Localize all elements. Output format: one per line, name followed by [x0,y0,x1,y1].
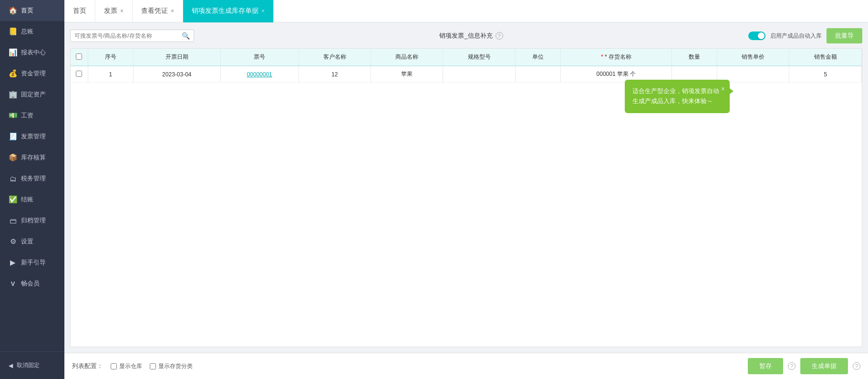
sidebar-item-salary[interactable]: 💵 工资 [0,105,64,126]
sidebar-item-tax[interactable]: 🗂 税务管理 [0,168,64,189]
tab-main[interactable]: 销项发票生成库存单据 × [183,0,274,22]
tab-main-label: 销项发票生成库存单据 [192,7,258,15]
cell-seq: 1 [88,66,134,83]
sidebar-item-assets[interactable]: 🏢 固定资产 [0,84,64,105]
tab-invoice-label: 发票 [104,7,117,15]
pin-icon: ◀ [9,362,13,369]
select-all-checkbox[interactable] [76,53,82,60]
cell-amount: 5 [789,66,862,83]
center-help-icon[interactable]: ? [496,32,503,40]
generate-button[interactable]: 生成单据 [800,358,848,374]
sidebar-item-member-label: 畅会员 [21,279,40,288]
sidebar-item-funds-label: 资金管理 [21,69,46,78]
center-label: 销项发票_信息补充 [439,32,492,40]
sidebar-item-invoice[interactable]: 🧾 发票管理 [0,126,64,147]
guide-icon: ▶ [9,258,17,267]
sidebar-item-settings[interactable]: ⚙ 设置 [0,231,64,252]
toggle-knob [758,32,765,39]
sidebar-item-ledger[interactable]: 📒 总账 [0,21,64,42]
th-spec: 规格型号 [443,49,515,66]
row-checkbox[interactable] [76,71,82,77]
th-ticket-no: 票号 [220,49,299,66]
member-icon: V [9,280,17,287]
reports-icon: 📊 [9,48,17,57]
tab-voucher[interactable]: 查看凭证 × [133,0,183,22]
th-checkbox [71,49,88,66]
tab-bar: 首页 发票 × 查看凭证 × 销项发票生成库存单据 × [64,0,868,22]
search-box[interactable]: 🔍 [70,30,194,42]
sidebar: 🏠 首页 📒 总账 📊 报表中心 💰 资金管理 🏢 固定资产 💵 工资 🧾 发票… [0,0,64,379]
show-warehouse-label[interactable]: 显示仓库 [111,362,142,370]
cell-product: 苹果 [371,66,443,83]
cell-ticket-no: 00000001 [220,66,299,83]
page-content: 🔍 销项发票_信息补充 ? 启用产成品自动入库 批量导 [64,22,868,353]
funds-icon: 💰 [9,69,17,78]
sidebar-item-reports-label: 报表中心 [21,48,46,57]
sidebar-item-member[interactable]: V 畅会员 [0,273,64,294]
sidebar-pin-button[interactable]: ◀ 取消固定 [0,357,64,374]
data-table-container: 序号 开票日期 票号 客户名称 商品名称 规格型号 单位 * * 存货名称 数量… [70,48,862,347]
th-qty: 数量 [672,49,717,66]
ticket-no-link[interactable]: 00000001 [247,71,272,78]
sidebar-item-assets-label: 固定资产 [21,90,46,99]
th-price: 销售单价 [717,49,789,66]
save-help-icon[interactable]: ? [788,362,796,370]
home-icon: 🏠 [9,6,17,15]
save-button[interactable]: 暂存 [748,358,783,374]
th-date: 开票日期 [134,49,221,66]
close-accounts-icon: ✅ [9,195,17,204]
settings-icon: ⚙ [9,237,17,246]
sidebar-item-archive[interactable]: 🗃 归档管理 [0,210,64,231]
toggle-label: 启用产成品自动入库 [770,32,822,40]
toolbar-right: 启用产成品自动入库 批量导 [748,28,862,43]
sidebar-item-funds[interactable]: 💰 资金管理 [0,63,64,84]
tab-invoice[interactable]: 发票 × [95,0,133,22]
show-category-checkbox[interactable] [150,363,156,369]
bottom-bar: 列表配置： 显示仓库 显示存货分类 暂存 ? 生成单据 ? [64,353,868,379]
sidebar-item-salary-label: 工资 [21,111,33,120]
invoice-icon: 🧾 [9,132,17,141]
table-row: 1 2023-03-04 00000001 12 苹果 000001 苹果 个 … [71,66,862,83]
cell-customer: 12 [299,66,371,83]
tab-invoice-close[interactable]: × [120,8,124,14]
toolbar-center: 销项发票_信息补充 ? [199,32,744,40]
sidebar-item-home-label: 首页 [21,6,33,15]
tab-home-label: 首页 [73,7,86,15]
sidebar-item-home[interactable]: 🏠 首页 [0,0,64,21]
auto-warehouse-toggle[interactable] [748,32,765,40]
tab-voucher-close[interactable]: × [171,8,174,14]
show-category-label[interactable]: 显示存货分类 [150,362,193,370]
show-warehouse-text: 显示仓库 [119,362,142,370]
sidebar-item-archive-label: 归档管理 [21,216,46,225]
generate-help-icon[interactable]: ? [853,362,860,370]
sidebar-item-inventory[interactable]: 📦 库存核算 [0,147,64,168]
batch-import-button[interactable]: 批量导 [827,28,862,43]
popover-tooltip: × 适合生产型企业，销项发票自动生成产成品入库，快来体验～ [625,80,730,113]
sidebar-item-guide[interactable]: ▶ 新手引导 [0,252,64,273]
sidebar-item-reports[interactable]: 📊 报表中心 [0,42,64,63]
sidebar-item-inventory-label: 库存核算 [21,153,46,162]
popover-close-button[interactable]: × [721,84,725,94]
th-amount: 销售金额 [789,49,862,66]
th-product: 商品名称 [371,49,443,66]
show-warehouse-checkbox[interactable] [111,363,117,369]
archive-icon: 🗃 [9,217,17,225]
assets-icon: 🏢 [9,90,17,99]
sidebar-item-close[interactable]: ✅ 结账 [0,189,64,210]
show-category-text: 显示存货分类 [158,362,193,370]
cell-unit [515,66,561,83]
th-unit: 单位 [515,49,561,66]
main-area: 首页 发票 × 查看凭证 × 销项发票生成库存单据 × 🔍 销项发票_信息补充 … [64,0,868,379]
sidebar-item-close-label: 结账 [21,195,33,204]
data-table: 序号 开票日期 票号 客户名称 商品名称 规格型号 单位 * * 存货名称 数量… [71,49,862,83]
cell-spec [443,66,515,83]
tab-main-close[interactable]: × [261,8,265,14]
tab-voucher-label: 查看凭证 [141,7,168,15]
tab-home[interactable]: 首页 [64,0,95,22]
cell-date: 2023-03-04 [134,66,221,83]
sidebar-item-tax-label: 税务管理 [21,174,46,183]
inventory-icon: 📦 [9,153,17,162]
popover-text: 适合生产型企业，销项发票自动生成产成品入库，快来体验～ [632,87,719,105]
search-input[interactable] [74,32,179,39]
tax-icon: 🗂 [9,175,17,183]
